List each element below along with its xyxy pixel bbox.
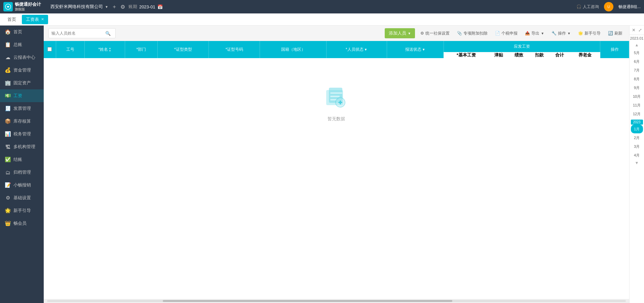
- month-10[interactable]: 10月: [631, 92, 643, 101]
- sidebar-item-tax[interactable]: 📊 税务管理: [0, 128, 44, 140]
- search-input-wrap[interactable]: 🔍: [48, 28, 116, 38]
- sidebar-item-vip[interactable]: 👑 畅会员: [0, 217, 44, 230]
- scroll-bar-area[interactable]: [44, 299, 629, 303]
- sidebar-item-assets[interactable]: 🏢 固定资产: [0, 77, 44, 89]
- month-7-label: 7月: [634, 68, 640, 73]
- settings-icon[interactable]: ⚙: [120, 4, 125, 10]
- tab-close-icon[interactable]: ✕: [41, 17, 44, 21]
- home-icon: 🏠: [5, 29, 11, 35]
- user-name: 畅捷通B组...: [618, 4, 641, 10]
- tab-home[interactable]: 首页: [3, 15, 20, 24]
- svg-rect-3: [330, 92, 342, 94]
- th-checkbox[interactable]: [44, 41, 56, 58]
- empty-icon: [323, 85, 350, 112]
- sidebar-item-cloud-report[interactable]: ☁ 云报表中心: [0, 51, 44, 64]
- guide-icon: 🌟: [5, 208, 11, 214]
- month-1-active[interactable]: 1月: [631, 125, 643, 133]
- fund-icon: 💰: [5, 67, 11, 73]
- special-deduction-btn[interactable]: 📎 专项附加扣除: [455, 28, 490, 38]
- sidebar-item-ledger-label: 总账: [13, 42, 22, 48]
- app-title: 畅捷通好会计: [15, 2, 41, 7]
- search-input[interactable]: [51, 31, 105, 36]
- sidebar: 🏠 首页 📋 总账 ☁ 云报表中心 💰 资金管理 🏢 固定资产 💵 工资 🧾 发…: [0, 26, 44, 303]
- select-all-checkbox[interactable]: [47, 47, 52, 51]
- invoice-icon: 🧾: [5, 105, 11, 112]
- filter-icon-person-status[interactable]: ▼: [364, 48, 368, 51]
- tax-icon: 📊: [5, 131, 11, 137]
- sidebar-item-ledger[interactable]: 📋 总账: [0, 38, 44, 51]
- th-allowance-label: 津贴: [494, 52, 503, 57]
- tax-declaration-icon: 📄: [495, 31, 500, 36]
- close-panel-btn[interactable]: ✕: [631, 27, 636, 33]
- sidebar-item-salary[interactable]: 💵 工资: [0, 89, 44, 102]
- th-cert-number-label: *证型号码: [225, 47, 243, 52]
- month-9[interactable]: 9月: [631, 83, 643, 92]
- scroll-down-arrow[interactable]: ▼: [634, 160, 640, 166]
- month-8-label: 8月: [634, 77, 640, 82]
- add-person-button[interactable]: 添加人员 ▼: [385, 28, 415, 38]
- calendar-icon[interactable]: 📅: [157, 4, 163, 9]
- export-btn[interactable]: 📤 导出 ▼: [523, 28, 546, 38]
- month-7[interactable]: 7月: [631, 66, 643, 75]
- period-label: 账期: [128, 4, 137, 10]
- month-5-label: 5月: [634, 50, 640, 55]
- sidebar-item-inventory[interactable]: 📦 库存核算: [0, 115, 44, 128]
- refresh-btn[interactable]: 🔄 刷新: [606, 28, 624, 38]
- operation-chevron-icon: ▼: [567, 32, 571, 35]
- scroll-thumb[interactable]: [163, 300, 452, 302]
- company-selector[interactable]: 西安虾米网络科技有限公司 ▼: [50, 4, 108, 10]
- table-wrapper: 工号 *姓名 ▲▼ *部门 *证型类型: [44, 41, 629, 299]
- newbie-guide-icon: 🌟: [578, 31, 583, 36]
- month-5[interactable]: 5月: [631, 48, 643, 57]
- sidebar-item-fund[interactable]: 💰 资金管理: [0, 64, 44, 77]
- month-11[interactable]: 11月: [631, 101, 643, 110]
- scroll-track[interactable]: [47, 300, 626, 302]
- sidebar-item-guide[interactable]: 🌟 新手引导: [0, 204, 44, 217]
- sidebar-item-expense[interactable]: 📝 小畅报销: [0, 179, 44, 191]
- tax-declaration-btn[interactable]: 📄 个税申报: [493, 28, 520, 38]
- svg-rect-8: [340, 100, 341, 104]
- sidebar-item-cloud-label: 云报表中心: [13, 54, 35, 60]
- add-button[interactable]: ＋: [112, 3, 117, 10]
- service-button[interactable]: 🎧 人工咨询: [576, 4, 599, 10]
- month-9-label: 9月: [634, 85, 640, 90]
- scroll-up-arrow[interactable]: ▲: [634, 42, 640, 48]
- newbie-guide-btn[interactable]: 🌟 新手引导: [576, 28, 603, 38]
- vip-icon: 👑: [5, 220, 11, 226]
- sidebar-item-multi-org[interactable]: 🏗 多机构管理: [0, 140, 44, 153]
- month-12[interactable]: 12月: [631, 110, 643, 118]
- sidebar-item-settings[interactable]: ⚙ 基础设置: [0, 191, 44, 204]
- operation-btn[interactable]: 🔧 操作 ▼: [550, 28, 573, 38]
- sidebar-item-inventory-label: 库存核算: [13, 118, 31, 124]
- th-job-number-label: 工号: [66, 47, 74, 52]
- export-label: 导出: [531, 31, 539, 36]
- social-insurance-btn[interactable]: ⚙ 统一社保设置: [418, 28, 452, 38]
- logo-area: 畅捷通好会计 旗舰版: [3, 2, 47, 12]
- header-right: 🎧 人工咨询 U 畅捷通B组...: [576, 2, 641, 11]
- refresh-label: 刷新: [614, 31, 622, 36]
- month-3[interactable]: 3月: [631, 142, 643, 151]
- th-deduction-label: 扣款: [535, 52, 544, 57]
- tab-salary[interactable]: 工资表 ✕: [22, 15, 48, 24]
- special-deduction-icon: 📎: [457, 31, 462, 36]
- month-2[interactable]: 2月: [631, 133, 643, 142]
- month-6[interactable]: 6月: [631, 57, 643, 66]
- month-8[interactable]: 8月: [631, 75, 643, 83]
- sidebar-item-archive[interactable]: 🗂 归档管理: [0, 166, 44, 179]
- sidebar-item-close-account[interactable]: ✅ 结账: [0, 153, 44, 166]
- th-person-status: *人员状态 ▼: [326, 41, 387, 58]
- year-label: 2023: [631, 120, 643, 125]
- filter-icon-report-status[interactable]: ▼: [422, 48, 425, 51]
- sidebar-item-home[interactable]: 🏠 首页: [0, 26, 44, 38]
- right-panel-header: ✕ ⤢: [630, 26, 644, 35]
- sort-arrows-name: ▲▼: [109, 47, 111, 52]
- month-4[interactable]: 4月: [631, 151, 643, 160]
- sidebar-item-close-label: 结账: [13, 157, 22, 163]
- th-payable-salary-label: 应发工资: [514, 44, 530, 49]
- month-12-label: 12月: [633, 112, 641, 117]
- th-deduction: 扣款: [529, 52, 549, 58]
- sidebar-item-home-label: 首页: [13, 29, 22, 35]
- expand-panel-btn[interactable]: ⤢: [638, 27, 643, 33]
- empty-state: 暂无数据: [44, 58, 629, 149]
- sidebar-item-invoice[interactable]: 🧾 发票管理: [0, 102, 44, 115]
